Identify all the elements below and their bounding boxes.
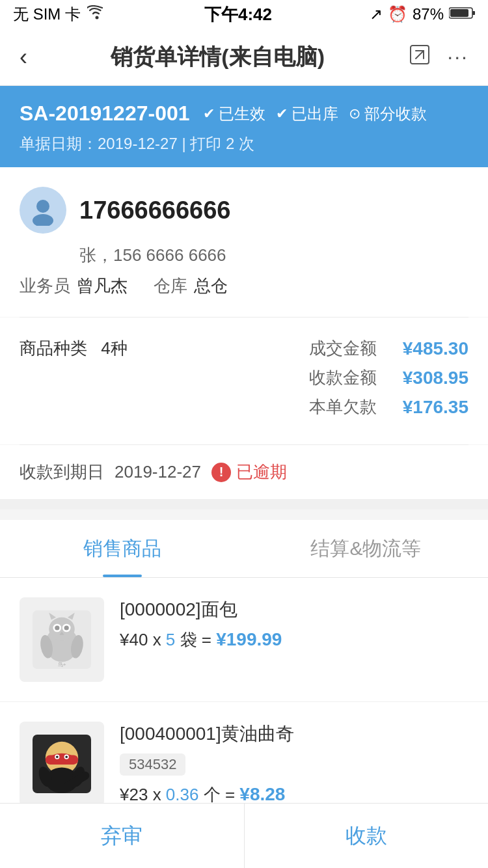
list-item: 鸟+ [0000002]面包 ¥40 x 5 袋 = ¥199.99 [0, 578, 488, 702]
location-icon: ↗ [370, 5, 383, 23]
order-header: SA-20191227-001 ✔ 已生效 ✔ 已出库 ⊙ 部分收款 单据日期：… [0, 86, 488, 167]
warehouse-label: 仓库 [154, 275, 187, 297]
cancel-button[interactable]: 弃审 [0, 804, 245, 868]
product-list: 鸟+ [0000002]面包 ¥40 x 5 袋 = ¥199.99 [0, 578, 488, 826]
overdue-icon: ! [211, 463, 231, 482]
salesperson-label: 业务员 [20, 275, 70, 297]
status-right: ↗ ⏰ 87% [370, 5, 475, 23]
more-icon[interactable]: ··· [447, 45, 468, 69]
customer-top: 17666666666 [20, 187, 468, 234]
due-date: 2019-12-27 [115, 462, 201, 482]
customer-section: 17666666666 张，156 6666 6666 业务员 曾凡杰 仓库 总… [0, 167, 488, 317]
due-label: 收款到期日 [20, 461, 104, 483]
received-value: ¥308.95 [403, 368, 468, 388]
svg-point-13 [64, 625, 69, 630]
owed-value: ¥176.35 [403, 397, 468, 418]
unit-value-1: 袋 [180, 630, 197, 649]
received-label: 收款金额 [309, 366, 377, 389]
svg-point-12 [55, 625, 59, 630]
order-meta: 单据日期：2019-12-27 | 打印 2 次 [20, 133, 468, 154]
overdue-text: 已逾期 [236, 461, 287, 483]
avatar [20, 187, 66, 234]
status-bar: 无 SIM 卡 下午4:42 ↗ ⏰ 87% [0, 0, 488, 29]
svg-rect-3 [450, 9, 468, 17]
section-divider [0, 499, 488, 509]
carrier-text: 无 SIM 卡 [13, 4, 81, 25]
warehouse-info: 仓库 总仓 [154, 275, 228, 297]
back-button[interactable]: ‹ [20, 44, 27, 71]
svg-point-6 [33, 214, 53, 226]
svg-point-5 [36, 200, 49, 213]
check-icon-2: ✔ [276, 105, 288, 122]
collect-button[interactable]: 收款 [245, 804, 489, 868]
total-value-2: ¥8.28 [239, 784, 285, 804]
product-info-1: [0000002]面包 ¥40 x 5 袋 = ¥199.99 [120, 597, 468, 651]
status-left: 无 SIM 卡 [13, 4, 107, 25]
item-type-label: 商品种类 [20, 338, 87, 358]
svg-rect-2 [472, 11, 475, 15]
overdue-badge: ! 已逾期 [211, 461, 287, 483]
product-name-1: [0000002]面包 [120, 597, 468, 622]
product-sku-2: 534532 [120, 753, 185, 776]
qty-value-1: 5 [166, 630, 175, 649]
product-image-1: 鸟+ [20, 597, 104, 682]
summary-left: 商品种类 4种 [20, 337, 128, 365]
svg-point-27 [65, 755, 68, 758]
price-value-1: ¥40 [120, 630, 148, 649]
svg-point-26 [56, 755, 59, 758]
tabs: 销售商品 结算&物流等 [0, 520, 488, 578]
salesperson-value: 曾凡杰 [77, 275, 128, 297]
tab-products[interactable]: 销售商品 [0, 520, 244, 577]
product-price-1: ¥40 x 5 袋 = ¥199.99 [120, 629, 468, 651]
battery-icon [449, 5, 475, 23]
customer-id: 17666666666 [79, 197, 230, 224]
status-effective: ✔ 已生效 [203, 103, 265, 124]
deal-amount-row: 成交金额 ¥485.30 [309, 337, 468, 360]
check-icon: ✔ [203, 105, 215, 122]
item-type-value: 4种 [101, 338, 127, 358]
due-section: 收款到期日 2019-12-27 ! 已逾期 [0, 445, 488, 499]
unit-value-2: 个 [204, 785, 221, 804]
battery-text: 87% [413, 5, 444, 23]
summary-right: 成交金额 ¥485.30 收款金额 ¥308.95 本单欠款 ¥176.35 [309, 337, 468, 425]
received-row: 收款金额 ¥308.95 [309, 366, 468, 389]
qty-value-2: 0.36 [166, 785, 199, 804]
alarm-icon: ⏰ [388, 5, 407, 23]
salesperson-info: 业务员 曾凡杰 [20, 275, 128, 297]
tab-settlement[interactable]: 结算&物流等 [244, 520, 488, 577]
owed-label: 本单欠款 [309, 396, 377, 418]
customer-name: 张，156 6666 6666 [20, 244, 468, 267]
customer-info-row: 业务员 曾凡杰 仓库 总仓 [20, 275, 468, 297]
status-time: 下午4:42 [204, 3, 272, 26]
status-badges: ✔ 已生效 ✔ 已出库 ⊙ 部分收款 [203, 103, 427, 124]
total-value-1: ¥199.99 [216, 629, 282, 649]
product-name-2: [000400001]黄油曲奇 [120, 722, 468, 746]
clock-icon: ⊙ [349, 105, 360, 122]
status-shipped: ✔ 已出库 [276, 103, 338, 124]
warehouse-value: 总仓 [194, 275, 228, 297]
nav-actions: ··· [408, 43, 468, 72]
summary-section: 商品种类 4种 成交金额 ¥485.30 收款金额 ¥308.95 本单欠款 ¥… [0, 318, 488, 444]
bottom-actions: 弃审 收款 [0, 803, 488, 868]
price-value-2: ¥23 [120, 785, 148, 804]
deal-amount-value: ¥485.30 [403, 338, 468, 359]
nav-bar: ‹ 销货单详情(来自电脑) ··· [0, 29, 488, 86]
svg-point-9 [49, 617, 75, 641]
svg-point-23 [50, 753, 74, 763]
product-image-2 [20, 722, 104, 806]
svg-text:鸟+: 鸟+ [58, 662, 66, 668]
order-number: SA-20191227-001 [20, 102, 190, 126]
owed-row: 本单欠款 ¥176.35 [309, 396, 468, 418]
product-info-2: [000400001]黄油曲奇 534532 ¥23 x 0.36 个 = ¥8… [120, 722, 468, 806]
item-type-row: 商品种类 4种 [20, 337, 128, 360]
svg-point-0 [96, 16, 99, 20]
wifi-icon [87, 5, 107, 23]
page-title: 销货单详情(来自电脑) [111, 42, 325, 72]
share-icon[interactable] [408, 43, 431, 72]
deal-amount-label: 成交金额 [309, 337, 377, 360]
status-partial: ⊙ 部分收款 [349, 103, 427, 124]
